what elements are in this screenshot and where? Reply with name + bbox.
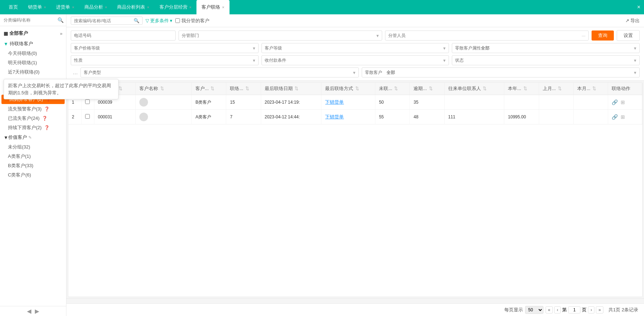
sidebar-body: ▦ 全部客户 » ▼ 待联络客户 今天待联络(0) 明天待联络(1) 近7天待联… xyxy=(0,26,66,306)
filter-more-conditions[interactable]: ▽ 更多条件 ▾ xyxy=(145,18,172,24)
sidebar-item-a-class[interactable]: A类客户(1) xyxy=(0,152,66,161)
close-sales-tab[interactable]: × xyxy=(44,5,46,9)
nav-sales[interactable]: 销货单 × xyxy=(23,0,51,14)
filter-bar: 🔍 ▽ 更多条件 ▾ 我分管的客户 ↗ 导出 xyxy=(66,14,644,27)
edit-icon[interactable]: ✎ xyxy=(28,135,32,140)
row1-last-method[interactable]: 下销货单 xyxy=(321,95,375,110)
sort-icon-date[interactable]: ⇅ xyxy=(295,86,298,91)
col-contacts-person[interactable]: 往来单位联系人 ⇅ xyxy=(444,82,504,95)
sort-icon-name[interactable]: ⇅ xyxy=(160,86,164,91)
sidebar-item-ungroup[interactable]: 未分组(32) xyxy=(0,142,66,152)
more-dots-btn[interactable]: ... xyxy=(73,69,78,76)
nature-caret-icon: ▾ xyxy=(253,58,255,63)
my-customers-checkbox[interactable] xyxy=(175,18,180,23)
sidebar-item-tomorrow[interactable]: 明天待联络(1) xyxy=(0,58,66,67)
last-page-btn[interactable]: » xyxy=(596,306,603,313)
sort-icon-unc[interactable]: ⇅ xyxy=(394,86,398,91)
col-last-contact-date[interactable]: 最后联络日期 ⇅ xyxy=(261,82,321,95)
sidebar-group-value[interactable]: ▼ 价值客户 ✎ xyxy=(0,132,66,142)
row1-last-date: 2023-04-17 14:19: xyxy=(261,95,321,110)
prev-page-btn[interactable]: ‹ xyxy=(554,306,561,313)
sidebar-item-today[interactable]: 今天待联络(0) xyxy=(0,49,66,58)
sidebar-item-churn-warning[interactable]: 流失预警客户(3) ❓ xyxy=(0,104,66,114)
phone-input[interactable] xyxy=(96,33,172,38)
nav-customer-contact[interactable]: 客户联络 × xyxy=(196,0,229,14)
row2-check[interactable] xyxy=(85,114,90,119)
sidebar-item-churned[interactable]: 已流失客户(24) ❓ xyxy=(0,114,66,123)
filter-search-box: 🔍 xyxy=(71,16,143,25)
sidebar-next-arrow[interactable]: ▶ xyxy=(35,308,39,315)
row2-link-icon[interactable]: 🔗 xyxy=(612,114,618,120)
row2-last-date: 2023-04-12 14:44: xyxy=(261,110,321,124)
row1-check[interactable] xyxy=(85,99,90,104)
row1-grid-icon[interactable]: ⊞ xyxy=(621,99,625,105)
nav-product-analysis-list[interactable]: 商品分析列表 × xyxy=(112,0,154,14)
sidebar-prev-arrow[interactable]: ◀ xyxy=(27,308,31,315)
nav-purchase[interactable]: 进货单 × xyxy=(51,0,79,14)
sort-icon-person[interactable]: ⇅ xyxy=(483,86,487,91)
sidebar-item-declining[interactable]: 持续下滑客户(2) ❓ xyxy=(0,123,66,132)
query-button[interactable]: 查询 xyxy=(592,30,614,41)
close-customer-tier-tab[interactable]: × xyxy=(189,5,191,9)
row1-last-month xyxy=(539,95,573,110)
row2-avatar xyxy=(139,113,148,121)
row1-link-icon[interactable]: 🔗 xyxy=(612,99,618,105)
per-page-select[interactable]: 50 20 100 xyxy=(525,306,543,314)
col-this-year[interactable]: 本年... ⇅ xyxy=(504,82,539,95)
sidebar-search-icon[interactable]: 🔍 xyxy=(57,17,64,23)
row2-last-method[interactable]: 下销货单 xyxy=(321,110,375,124)
main-layout: 🔍 ▦ 全部客户 » ▼ 待联络客户 今天待联络(0) 明天待联络(1) 近7天… xyxy=(0,14,644,316)
close-customer-contact-tab[interactable]: × xyxy=(222,5,224,9)
settings-button[interactable]: 设置 xyxy=(617,30,640,41)
manager-caret-icon: ··· xyxy=(582,33,585,38)
content-area: 🔍 ▽ 更多条件 ▾ 我分管的客户 ↗ 导出 电话号码 xyxy=(66,14,644,316)
customer-table: ⚙ 客户编码 ⇅ 客户名称 ⇅ xyxy=(68,82,642,124)
row2-last-month xyxy=(539,110,573,124)
close-product-analysis-list-tab[interactable]: × xyxy=(147,5,149,9)
col-this-month[interactable]: 本月... ⇅ xyxy=(573,82,608,95)
col-last-month[interactable]: 上月... ⇅ xyxy=(539,82,573,95)
sidebar-section-pending[interactable]: ▼ 待联络客户 xyxy=(0,39,66,49)
export-button[interactable]: ↗ 导出 xyxy=(625,18,640,24)
price-caret-icon: ▾ xyxy=(253,46,255,51)
sidebar-search-input[interactable] xyxy=(4,18,57,23)
next-page-btn[interactable]: › xyxy=(588,306,594,313)
sort-icon-overdue[interactable]: ⇅ xyxy=(429,86,433,91)
close-product-analysis-tab[interactable]: × xyxy=(105,5,107,9)
sidebar-item-b-class[interactable]: B类客户(33) xyxy=(0,161,66,170)
col-overdue[interactable]: 逾期... ⇅ xyxy=(410,82,444,95)
col-last-contact-method[interactable]: 最后联络方式 ⇅ xyxy=(321,82,375,95)
first-page-btn[interactable]: « xyxy=(546,306,553,313)
close-all-btn[interactable]: × xyxy=(637,4,640,10)
col-uncontacted[interactable]: 未联... ⇅ xyxy=(375,82,410,95)
sidebar-collapse-btn[interactable]: » xyxy=(60,31,62,36)
row2-this-year: 10995.00 xyxy=(504,110,539,124)
sort-icon-method[interactable]: ⇅ xyxy=(355,86,359,91)
sort-icon-code[interactable]: ⇅ xyxy=(119,86,122,91)
col-contact-count[interactable]: 联络... ⇅ xyxy=(226,82,261,95)
sidebar-item-c-class[interactable]: C类客户(6) xyxy=(0,170,66,180)
sort-icon-lmonth[interactable]: ⇅ xyxy=(558,86,562,91)
close-purchase-tab[interactable]: × xyxy=(72,5,74,9)
col-name[interactable]: 客户名称 ⇅ xyxy=(136,82,192,95)
row1-name xyxy=(136,95,192,110)
sort-icon-year[interactable]: ⇅ xyxy=(523,86,527,91)
row2-code: 000031 xyxy=(94,110,136,124)
row1-actions: 🔗 ⊞ xyxy=(608,95,642,110)
nav-customer-tier[interactable]: 客户分层经营 × xyxy=(154,0,196,14)
filter-search-input[interactable] xyxy=(74,18,134,23)
page-input[interactable] xyxy=(568,306,580,313)
nav-home[interactable]: 首页 xyxy=(4,0,23,14)
sidebar-item-7days[interactable]: 近7天待联络(0) xyxy=(0,67,66,77)
sidebar-all-customers[interactable]: ▦ 全部客户 » xyxy=(0,28,66,39)
col-customer-type[interactable]: 客户... ⇅ xyxy=(192,82,226,95)
sort-icon-type[interactable]: ⇅ xyxy=(210,86,214,91)
filter-search-icon[interactable]: 🔍 xyxy=(134,18,139,23)
table-header-row: ⚙ 客户编码 ⇅ 客户名称 ⇅ xyxy=(68,82,642,95)
nav-product-analysis[interactable]: 商品分析 × xyxy=(79,0,112,14)
row2-grid-icon[interactable]: ⊞ xyxy=(621,114,625,120)
sort-icon-contact[interactable]: ⇅ xyxy=(245,86,249,91)
horizontal-scrollbar[interactable] xyxy=(66,298,644,303)
sort-icon-tmonth[interactable]: ⇅ xyxy=(592,86,596,91)
field-department: 分管部门 ▾ xyxy=(179,30,382,41)
